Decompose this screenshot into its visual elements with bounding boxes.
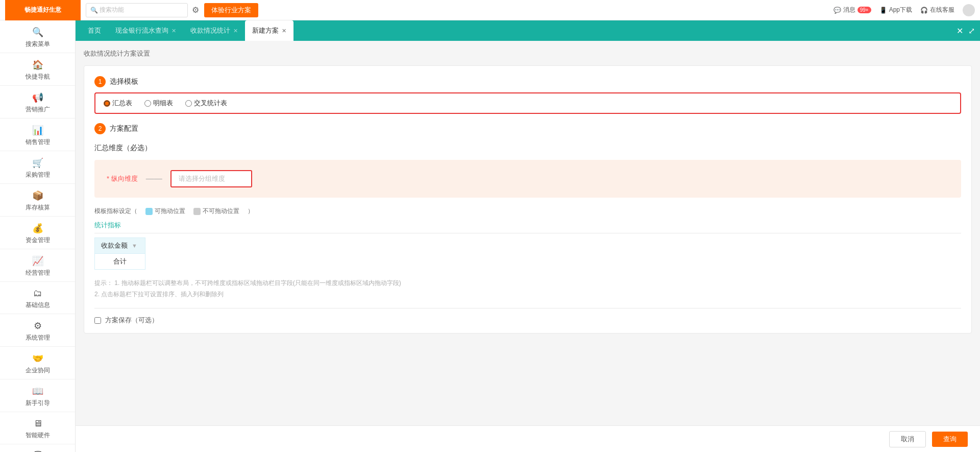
app-download-item[interactable]: 📱 App下载 <box>879 6 912 14</box>
search-placeholder: 搜索功能 <box>100 6 124 14</box>
cancel-button[interactable]: 取消 <box>889 431 926 447</box>
sidebar-item-finance[interactable]: 💰 资金管理 <box>0 217 75 249</box>
logo-area: 畅捷通好生意 <box>5 0 81 20</box>
tab-cash-flow[interactable]: 现金银行流水查询 ✕ <box>108 20 183 41</box>
metrics-table: 收款金额 ▼ 合计 <box>94 237 145 270</box>
tab-collection-stats[interactable]: 收款情况统计 ✕ <box>183 20 245 41</box>
radio-detail-label: 明细表 <box>153 99 173 108</box>
dimension-select[interactable]: 请选择分组维度 <box>170 170 252 187</box>
radio-summary[interactable]: 汇总表 <box>104 99 132 108</box>
purchase-icon: 🛒 <box>32 157 43 169</box>
metrics-header: 模板指标设定（ 可拖动位置 不可拖动位置 ） <box>94 207 961 216</box>
tab-bar: 首页 现金银行流水查询 ✕ 收款情况统计 ✕ 新建方案 ✕ ✕ ⤢ <box>76 20 980 41</box>
step1-label: 选择模板 <box>110 77 138 86</box>
tab-new-scheme-label: 新建方案 <box>252 26 279 35</box>
sidebar-item-home[interactable]: 🏠 快捷导航 <box>0 53 75 86</box>
app-download-label: App下载 <box>889 6 912 14</box>
footer-bar: 取消 查询 <box>76 425 980 452</box>
sidebar: 🔍 搜索菜单 🏠 快捷导航 📢 营销推广 📊 销售管理 🛒 采购管理 📦 库存核… <box>0 20 76 452</box>
page-title: 收款情况统计方案设置 <box>84 49 972 58</box>
tab-new-scheme[interactable]: 新建方案 ✕ <box>245 20 293 41</box>
sidebar-item-guide[interactable]: 📖 新手引导 <box>0 379 75 412</box>
inventory-icon: 📦 <box>32 190 43 201</box>
column-dropdown-icon[interactable]: ▼ <box>132 243 137 249</box>
dimension-title: 汇总维度（必选） <box>94 144 961 153</box>
sidebar-item-basics[interactable]: 🗂 基础信息 <box>0 282 75 314</box>
required-star: * <box>107 175 109 182</box>
marketing-icon: 📢 <box>32 92 43 103</box>
tab-collection-stats-label: 收款情况统计 <box>190 26 230 35</box>
tab-new-scheme-close[interactable]: ✕ <box>282 28 286 34</box>
metrics-column-header[interactable]: 收款金额 ▼ <box>95 238 145 254</box>
notification-item[interactable]: 💬 消息 99+ <box>834 6 871 14</box>
top-header: 畅捷通好生意 🔍 搜索功能 ⚙ 体验行业方案 💬 消息 99+ 📱 App下载 … <box>0 0 980 20</box>
sidebar-item-inventory[interactable]: 📦 库存核算 <box>0 184 75 217</box>
metrics-section: 模板指标设定（ 可拖动位置 不可拖动位置 ） <box>94 207 961 270</box>
sidebar-item-sales[interactable]: 📊 销售管理 <box>0 118 75 151</box>
radio-summary-label: 汇总表 <box>112 99 132 108</box>
radio-summary-input[interactable] <box>104 100 110 107</box>
tab-cash-flow-close[interactable]: ✕ <box>172 28 176 34</box>
basics-icon: 🗂 <box>33 288 42 299</box>
tab-collection-stats-close[interactable]: ✕ <box>233 28 238 34</box>
metrics-header-label: 模板指标设定（ <box>94 207 137 216</box>
sidebar-item-operations[interactable]: 📈 经营管理 <box>0 249 75 282</box>
sidebar-item-cooperation[interactable]: 🤝 企业协同 <box>0 347 75 379</box>
step2-row: 2 方案配置 <box>94 123 961 134</box>
sidebar-item-label-hardware: 智能硬件 <box>26 431 50 440</box>
radio-cross[interactable]: 交叉统计表 <box>185 99 227 108</box>
sidebar-item-label-basics: 基础信息 <box>26 301 50 310</box>
tab-cash-flow-label: 现金银行流水查询 <box>115 26 168 35</box>
sidebar-item-purchase[interactable]: 🛒 采购管理 <box>0 151 75 184</box>
settings-icon[interactable]: ⚙ <box>192 5 199 15</box>
tip-1: 提示： 1. 拖动标题栏可以调整布局，不可跨维度或指标区域拖动栏目字段(只能在同… <box>94 278 961 289</box>
user-avatar[interactable] <box>963 4 975 16</box>
draggable-dot <box>145 208 153 215</box>
step1-badge: 1 <box>94 76 106 87</box>
service-icon: 🎧 <box>920 7 928 14</box>
sidebar-item-system[interactable]: ⚙ 系统管理 <box>0 314 75 347</box>
sidebar-item-label-finance: 资金管理 <box>26 236 50 245</box>
notification-label: 消息 <box>843 6 855 14</box>
sidebar-item-label-guide: 新手引导 <box>26 399 50 408</box>
sidebar-item-marketing[interactable]: 📢 营销推广 <box>0 86 75 118</box>
trial-button[interactable]: 体验行业方案 <box>204 3 258 17</box>
tab-expand-icon[interactable]: ⤢ <box>968 26 975 36</box>
dimension-arrow: —— <box>146 174 162 183</box>
sidebar-item-hardware[interactable]: 🖥 智能硬件 <box>0 412 75 444</box>
step1-row: 1 选择模板 <box>94 76 961 87</box>
download-icon: 📱 <box>879 7 887 14</box>
metrics-table-cell-total: 合计 <box>95 254 145 269</box>
radio-detail[interactable]: 明细表 <box>144 99 173 108</box>
save-row: 方案保存（可选） <box>94 308 961 325</box>
home-icon: 🏠 <box>32 59 43 70</box>
template-selection: 汇总表 明细表 交叉统计表 <box>94 92 961 114</box>
radio-cross-label: 交叉统计表 <box>194 99 227 108</box>
sidebar-item-wechat[interactable]: 💬 企业微信 <box>0 444 75 452</box>
save-checkbox[interactable] <box>94 317 101 324</box>
header-search-box[interactable]: 🔍 搜索功能 <box>86 3 188 17</box>
radio-detail-input[interactable] <box>144 100 151 107</box>
header-actions: 💬 消息 99+ 📱 App下载 🎧 在线客服 <box>834 4 975 16</box>
page-content: 收款情况统计方案设置 1 选择模板 汇总表 明细表 <box>76 41 980 425</box>
tip-2: 2. 点击标题栏下拉可设置排序、插入列和删除列 <box>94 289 961 300</box>
dimension-area: * 纵向维度 —— 请选择分组维度 <box>94 160 961 198</box>
sidebar-item-label-inventory: 库存核算 <box>26 203 50 212</box>
online-service-label: 在线客服 <box>930 6 954 14</box>
message-icon: 💬 <box>834 7 841 14</box>
sidebar-item-label-purchase: 采购管理 <box>26 171 50 179</box>
notification-badge: 99+ <box>857 7 871 13</box>
tab-close-window-icon[interactable]: ✕ <box>957 26 963 36</box>
vertical-dimension-label: * 纵向维度 <box>107 174 138 183</box>
home-tab-label: 首页 <box>88 26 101 35</box>
query-button[interactable]: 查询 <box>932 432 968 447</box>
operations-icon: 📈 <box>32 255 43 267</box>
draggable-indicator: 可拖动位置 <box>145 207 185 216</box>
radio-cross-input[interactable] <box>185 100 192 107</box>
sidebar-item-search[interactable]: 🔍 搜索菜单 <box>0 20 75 53</box>
tab-home[interactable]: 首页 <box>81 20 108 41</box>
sidebar-item-label-marketing: 营销推广 <box>26 105 50 114</box>
sidebar-item-label-cooperation: 企业协同 <box>26 366 50 375</box>
online-service-item[interactable]: 🎧 在线客服 <box>920 6 954 14</box>
sidebar-item-label-home: 快捷导航 <box>26 73 50 81</box>
